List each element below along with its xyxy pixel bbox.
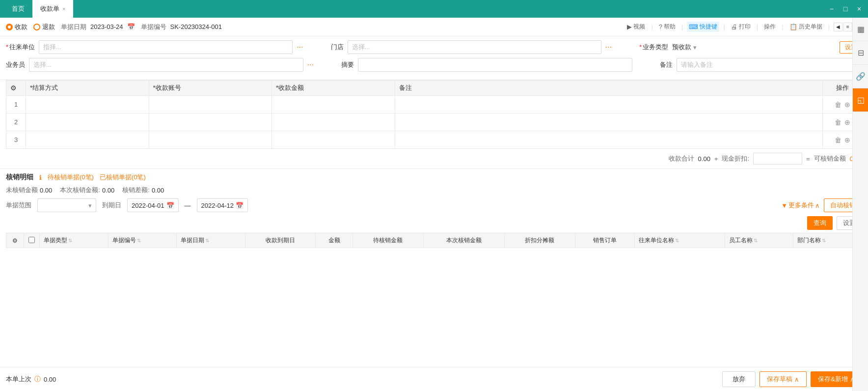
print-icon: 🖨 (731, 23, 737, 30)
right-panel-btn-3[interactable]: 🔗 (853, 65, 868, 88)
print-btn[interactable]: 🖨 打印 (729, 22, 753, 32)
th-remark: 备注 (395, 81, 823, 96)
video-btn[interactable]: ▶ 视频 (625, 22, 647, 32)
form-fields: 往来单位 指择... ··· 门店 选择... ··· 业务类型 预收款 ▾ 设… (0, 36, 868, 80)
btth-setting[interactable]: ⚙ (6, 233, 24, 248)
ops-btn[interactable]: 操作 (762, 22, 778, 32)
draft-btn[interactable]: 保存草稿 ∧ (760, 371, 807, 387)
row-3-account[interactable] (149, 131, 272, 149)
reconcile-table: ⚙ 单据类型⇅ 单据编号⇅ 单据日期⇅ 收款到期日 金额 待核 (6, 233, 862, 248)
staff-more-btn[interactable]: ··· (307, 60, 314, 69)
row-1-amount[interactable] (272, 96, 395, 113)
form-row-1: 往来单位 指择... ··· 门店 选择... ··· 业务类型 预收款 ▾ 设… (6, 40, 862, 54)
radio-receive[interactable]: 收款 (6, 23, 27, 31)
equals-sign: = (806, 155, 810, 163)
row-1-delete-icon[interactable]: 🗑 (835, 101, 841, 109)
row-2-amount[interactable] (272, 113, 395, 131)
bottom-table: ⚙ 单据类型⇅ 单据编号⇅ 单据日期⇅ 收款到期日 金额 待核 (6, 233, 862, 367)
biz-type-arrow[interactable]: ▾ (693, 44, 697, 51)
nav-tab-label: 收款单 (40, 4, 59, 13)
right-panel-btn-1[interactable]: ▦ (853, 18, 868, 41)
footer-value: 0.00 (44, 376, 56, 383)
toolbar-right: ▶ 视频 | ? 帮助 | ⌨ 快捷键 | 🖨 打印 | 操作 | (625, 22, 862, 32)
nav-home[interactable]: 首页 (4, 0, 32, 18)
radio-refund[interactable]: 退款 (33, 23, 55, 31)
row-3-settlement[interactable] (26, 131, 149, 149)
select-all-checkbox[interactable] (28, 237, 35, 243)
remark-label: 备注 (660, 60, 673, 69)
th-setting[interactable]: ⚙ (6, 81, 26, 96)
draft-arrow-icon: ∧ (794, 376, 799, 383)
right-panel-btn-2[interactable]: ⊟ (853, 41, 868, 65)
top-nav: 首页 收款单 × − □ × (0, 0, 868, 18)
remark-input[interactable]: 请输入备注 (677, 58, 862, 72)
calendar-from-icon: 📅 (166, 202, 174, 209)
row-2-account[interactable] (149, 113, 272, 131)
summary-input[interactable] (358, 58, 632, 72)
layout-list-btn[interactable]: ≡ (843, 23, 852, 31)
abandon-btn[interactable]: 放弃 (722, 371, 756, 387)
row-3-amount[interactable] (272, 131, 395, 149)
reconcile-header: 核销明细 ℹ 待核销单据(0笔) 已核销单据(0笔) (6, 173, 862, 182)
btth-amount: 金额 (316, 233, 353, 248)
btth-due-date: 收款到期日 (245, 233, 315, 248)
counterpart-input[interactable]: 指择... (39, 40, 293, 54)
due-to-date[interactable]: 2022-04-12 📅 (197, 198, 248, 212)
form-row-2: 业务员 选择... ··· 摘要 备注 请输入备注 (6, 58, 862, 72)
btth-dept: 部门名称⇅ (793, 233, 862, 248)
pending-tab[interactable]: 待核销单据(0笔) (48, 173, 94, 182)
btth-doc-no: 单据编号⇅ (108, 233, 177, 248)
win-min-btn[interactable]: − (827, 4, 837, 14)
more-filters-btn[interactable]: ▼ 更多条件 ∧ (781, 201, 820, 210)
reconcile-info-icon[interactable]: ℹ (39, 174, 42, 181)
counterpart-more-btn[interactable]: ··· (297, 43, 303, 52)
store-input[interactable]: 选择... (348, 40, 601, 54)
win-max-btn[interactable]: □ (841, 4, 850, 14)
row-3-delete-icon[interactable]: 🗑 (835, 136, 841, 144)
row-1-account[interactable] (149, 96, 272, 113)
due-from-date[interactable]: 2022-04-01 📅 (127, 198, 179, 212)
history-btn[interactable]: 📋 历史单据 (787, 22, 824, 32)
help-btn[interactable]: ? 帮助 (657, 22, 678, 32)
history-icon: 📋 (789, 23, 797, 30)
row-3-copy-icon[interactable]: ⊕ (844, 136, 850, 144)
discount-input[interactable] (753, 153, 802, 165)
total-label: 收款合计 (669, 154, 694, 163)
row-2-copy-icon[interactable]: ⊕ (844, 118, 850, 126)
win-close-btn[interactable]: × (854, 4, 864, 14)
shortcut-btn[interactable]: ⌨ 快捷键 (687, 22, 719, 32)
row-1-copy-icon[interactable]: ⊕ (844, 101, 850, 109)
th-amount: *收款金额 (272, 81, 395, 96)
footer-bar: 本单上次 ⓘ 0.00 放弃 保存草稿 ∧ 保存&新增 ∧ (0, 367, 868, 391)
main-content: 收款 退款 单据日期 2023-03-24 📅 单据编号 SK-20230324… (0, 18, 868, 391)
row-2-delete-icon[interactable]: 🗑 (835, 118, 841, 126)
biz-type-value: 预收款 (672, 43, 691, 52)
form-header: 收款 退款 单据日期 2023-03-24 📅 单据编号 SK-20230324… (0, 18, 868, 36)
btth-current: 本次核销金额 (423, 233, 505, 248)
store-more-btn[interactable]: ··· (605, 43, 612, 52)
staff-input[interactable]: 选择... (29, 58, 303, 72)
nav-tab-receipt[interactable]: 收款单 × (32, 0, 73, 18)
row-1-settlement[interactable] (26, 96, 149, 113)
total-value: 0.00 (698, 155, 710, 163)
calendar-to-icon: 📅 (236, 202, 244, 209)
date-calendar-icon[interactable]: 📅 (127, 23, 135, 30)
btth-doc-date: 单据日期⇅ (177, 233, 245, 248)
right-panel-btn-4[interactable]: ◱ (853, 88, 868, 112)
footer-info-icon[interactable]: ⓘ (34, 375, 41, 384)
range-select-arrow: ▾ (88, 202, 92, 209)
summary-label: 摘要 (341, 60, 354, 69)
footer-left: 本单上次 ⓘ 0.00 (6, 375, 56, 384)
row-1-remark[interactable] (395, 96, 823, 113)
row-2-settlement[interactable] (26, 113, 149, 131)
row-2-remark[interactable] (395, 113, 823, 131)
btth-pending: 待核销金额 (353, 233, 423, 248)
range-select[interactable]: ▾ (37, 198, 96, 212)
query-btn[interactable]: 查询 (807, 216, 833, 230)
layout-prev-btn[interactable]: ◀ (834, 23, 842, 31)
row-3-remark[interactable] (395, 131, 823, 149)
right-panel: ▦ ⊟ 🔗 ◱ (852, 18, 868, 391)
done-tab[interactable]: 已核销单据(0笔) (100, 173, 146, 182)
btth-staff: 员工名称⇅ (725, 233, 793, 248)
nav-tab-close[interactable]: × (62, 6, 65, 12)
